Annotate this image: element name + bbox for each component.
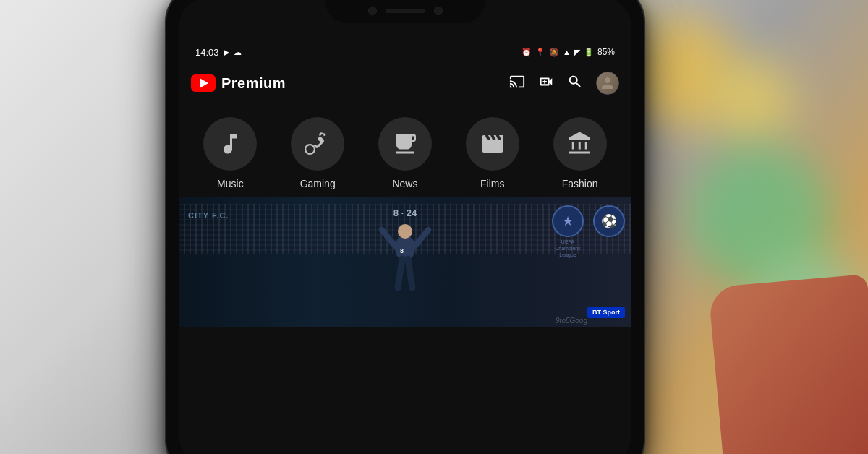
- clock-display: 14:03: [195, 47, 219, 58]
- hand-holding: [709, 273, 868, 454]
- category-fashion[interactable]: Fashion: [553, 117, 607, 189]
- category-music[interactable]: Music: [203, 117, 257, 189]
- gaming-circle: [291, 117, 344, 171]
- notch-bar: [179, 0, 631, 42]
- earpiece: [386, 9, 425, 13]
- fashion-circle: [553, 117, 607, 171]
- champions-league-text: UEFAChampionsLeague: [552, 239, 584, 258]
- search-icon[interactable]: [567, 74, 583, 93]
- battery-percentage: 85%: [597, 47, 615, 57]
- films-circle: [466, 117, 519, 171]
- user-avatar[interactable]: [596, 72, 619, 95]
- svg-point-1: [398, 224, 412, 239]
- youtube-logo: Premium: [191, 74, 286, 92]
- status-left: 14:03 ▶ ☁: [195, 47, 242, 58]
- bt-sport-badge: BT Sport: [587, 307, 625, 318]
- play-triangle-icon: [200, 78, 208, 88]
- status-bar: 14:03 ▶ ☁ ⏰ 📍 🔕 ▲ ◤ 🔋 85%: [179, 42, 631, 62]
- status-right: ⏰ 📍 🔕 ▲ ◤ 🔋 85%: [522, 47, 615, 57]
- music-label: Music: [217, 178, 244, 189]
- champions-league-badge-2: ⚽: [593, 205, 625, 237]
- category-films[interactable]: Films: [466, 117, 519, 189]
- ir-sensor: [434, 7, 443, 15]
- brand-name: Premium: [221, 75, 286, 92]
- phone-device: 14:03 ▶ ☁ ⏰ 📍 🔕 ▲ ◤ 🔋 85%: [166, 0, 644, 454]
- films-label: Films: [480, 178, 504, 189]
- category-gaming[interactable]: Gaming: [291, 117, 344, 189]
- phone-body: 14:03 ▶ ☁ ⏰ 📍 🔕 ▲ ◤ 🔋 85%: [166, 0, 644, 454]
- wifi-icon: ▲: [563, 48, 571, 56]
- video-preview[interactable]: 8 CITY F.C. 8 · 24 ★ UEFAChampionsLeague: [179, 197, 631, 327]
- svg-line-3: [415, 230, 428, 246]
- player-figure: 8: [376, 215, 434, 327]
- hand-shape: [709, 274, 868, 454]
- mute-icon: 🔕: [549, 48, 559, 57]
- svg-line-2: [382, 230, 395, 246]
- svg-line-5: [408, 259, 412, 288]
- news-circle: [378, 117, 432, 171]
- categories-section: Music Gaming New: [179, 104, 631, 197]
- cast-icon[interactable]: [509, 74, 525, 93]
- battery-icon: 🔋: [584, 48, 594, 57]
- phone-screen: 14:03 ▶ ☁ ⏰ 📍 🔕 ▲ ◤ 🔋 85%: [179, 0, 631, 454]
- front-camera: [368, 7, 377, 15]
- signal-icon: ◤: [574, 48, 580, 57]
- fashion-label: Fashion: [562, 178, 598, 189]
- app-header: Premium: [179, 62, 631, 104]
- bokeh-light-2: [709, 58, 796, 145]
- category-news[interactable]: News: [378, 117, 432, 189]
- score-display: 8 · 24: [393, 207, 417, 218]
- location-icon: 📍: [535, 48, 545, 57]
- svg-text:8: 8: [400, 247, 404, 254]
- music-circle: [203, 117, 257, 171]
- team-name-display: CITY F.C.: [188, 211, 229, 220]
- cloud-icon: ☁: [234, 48, 242, 57]
- add-video-icon[interactable]: [538, 74, 554, 93]
- notch-cutout: [326, 0, 485, 23]
- watermark: 9to5Goog: [556, 317, 587, 325]
- youtube-icon: [191, 74, 216, 92]
- youtube-mini-icon: ▶: [224, 48, 229, 57]
- svg-point-0: [395, 235, 415, 261]
- header-actions: [509, 72, 619, 95]
- gaming-label: Gaming: [300, 178, 336, 189]
- champions-league-badge: ★ UEFAChampionsLeague: [552, 205, 584, 258]
- news-label: News: [392, 178, 417, 189]
- alarm-icon: ⏰: [522, 48, 532, 57]
- svg-line-4: [398, 259, 402, 288]
